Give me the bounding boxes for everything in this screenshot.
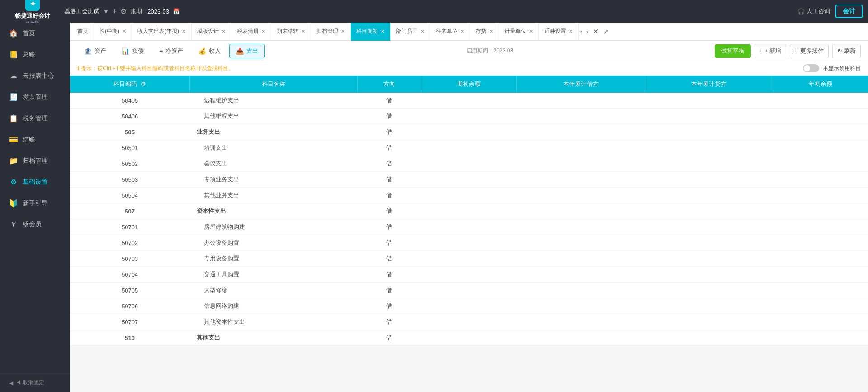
table-row[interactable]: 50405 远程维护支出 借 <box>70 93 868 109</box>
cell-year-opening <box>773 314 868 330</box>
refresh-btn[interactable]: ↻ 刷新 <box>832 44 861 58</box>
table-row[interactable]: 50706 信息网络购建 借 <box>70 298 868 314</box>
sidebar-item-guide[interactable]: 🔰 新手引导 <box>0 193 70 214</box>
table-row[interactable]: 50702 办公设备购置 借 <box>70 235 868 251</box>
tab-archive-mgmt[interactable]: 归档管理 ✕ <box>311 23 351 41</box>
tab-close-annual[interactable]: ✕ <box>182 28 186 34</box>
table-row[interactable]: 50703 专用设备购置 借 <box>70 251 868 267</box>
tab-department[interactable]: 部门员工 ✕ <box>391 23 430 41</box>
table-row[interactable]: 50704 交通工具购置 借 <box>70 267 868 283</box>
tab-currency[interactable]: 币种设置 ✕ <box>539 23 579 41</box>
table-row[interactable]: 50406 其他维权支出 借 <box>70 109 868 124</box>
tab-tax-list[interactable]: 税表清册 ✕ <box>231 23 271 41</box>
customer-service-btn[interactable]: 🎧 人工咨询 <box>797 7 830 15</box>
tab-midterm[interactable]: 长(中期) ✕ <box>94 23 132 41</box>
sidebar-item-settings[interactable]: ⚙ 基础设置 <box>0 171 70 193</box>
sidebar-item-member[interactable]: V 畅会员 <box>0 214 70 235</box>
tab-annual-report[interactable]: 收入支出表(年报) ✕ <box>132 23 192 41</box>
sidebar-item-checkout[interactable]: 💳 结账 <box>0 129 70 150</box>
cell-code: 50707 <box>70 314 189 330</box>
sub-tab-net-assets[interactable]: ≡ 净资产 <box>152 44 190 58</box>
table-row[interactable]: 50502 会议支出 借 <box>70 156 868 172</box>
table-row[interactable]: 507 资本性支出 借 <box>70 203 868 219</box>
tab-unit[interactable]: 计量单位 ✕ <box>499 23 539 41</box>
sub-tab-expenditure[interactable]: 📤 支出 <box>229 44 265 58</box>
add-btn[interactable]: + + 新增 <box>755 44 787 58</box>
sidebar-item-home[interactable]: 🏠 首页 <box>0 23 70 44</box>
period-value: 2023-03 <box>147 8 169 15</box>
cell-opening <box>421 298 517 314</box>
tab-period-transfer[interactable]: 期末结转 ✕ <box>271 23 311 41</box>
tab-close-midterm[interactable]: ✕ <box>122 28 126 34</box>
cell-ytd-credit <box>645 188 773 203</box>
cell-ytd-credit <box>645 109 773 124</box>
guide-icon: 🔰 <box>9 199 18 208</box>
sidebar-item-reports[interactable]: ☁ 云报表中心 <box>0 65 70 86</box>
cell-name: 其他支出 <box>189 330 357 346</box>
sidebar-item-archive[interactable]: 📁 归档管理 <box>0 150 70 171</box>
cell-dir: 借 <box>358 124 421 140</box>
refresh-icon: ↻ <box>837 47 842 54</box>
tab-close-unit[interactable]: ✕ <box>529 28 533 34</box>
tab-close-all-btn[interactable]: ✕ <box>590 23 601 41</box>
expenditure-icon: 📤 <box>236 47 244 55</box>
cell-name: 其他资本性支出 <box>189 314 357 330</box>
tab-next-btn[interactable]: › <box>585 23 590 41</box>
tab-close-archive-mgmt[interactable]: ✕ <box>341 28 345 34</box>
tab-prev-btn[interactable]: ‹ <box>579 23 585 41</box>
table-row[interactable]: 50504 其他业务支出 借 <box>70 188 868 203</box>
tab-close-tax-list[interactable]: ✕ <box>261 28 265 34</box>
table-row[interactable]: 50503 专项业务支出 借 <box>70 172 868 188</box>
sidebar-collapse-btn[interactable]: ◀ ◀ 取消固定 <box>0 373 70 392</box>
tab-inventory[interactable]: 存货 ✕ <box>470 23 499 41</box>
tab-close-template[interactable]: ✕ <box>222 28 226 34</box>
sub-tab-asset[interactable]: 🏦 资产 <box>77 44 113 58</box>
table-row[interactable]: 510 其他支出 借 <box>70 330 868 346</box>
cell-ytd-credit <box>645 172 773 188</box>
tax-icon: 📋 <box>9 114 18 123</box>
table-row[interactable]: 50701 房屋建筑物购建 借 <box>70 219 868 235</box>
tab-partners[interactable]: 往来单位 ✕ <box>430 23 470 41</box>
sidebar-item-invoice[interactable]: 🧾 发票管理 <box>0 86 70 108</box>
company-name[interactable]: 基层工会测试 <box>64 7 99 15</box>
dropdown-icon[interactable]: ▼ <box>103 8 109 15</box>
disable-toggle[interactable] <box>803 64 819 72</box>
sub-tab-income[interactable]: 💰 收入 <box>192 44 227 58</box>
sidebar-item-ledger[interactable]: 📒 总账 <box>0 44 70 65</box>
calendar-icon[interactable]: 📅 <box>173 8 180 15</box>
toggle-label: 不显示禁用科目 <box>823 65 861 72</box>
cell-year-opening <box>773 124 868 140</box>
cell-dir: 借 <box>358 267 421 283</box>
table-row[interactable]: 505 业务支出 借 <box>70 124 868 140</box>
tab-home[interactable]: 首页 <box>72 23 94 41</box>
table-row[interactable]: 50707 其他资本性支出 借 <box>70 314 868 330</box>
table-row[interactable]: 50705 大型修缮 借 <box>70 283 868 298</box>
col-settings-icon[interactable]: ⚙ <box>141 80 146 87</box>
tab-template[interactable]: 模版设计 ✕ <box>192 23 231 41</box>
cell-opening <box>421 251 517 267</box>
sub-tabs: 🏦 资产 📊 负债 ≡ 净资产 💰 收入 📤 支出 启用期间：2023.03 试 <box>70 41 868 61</box>
table-row[interactable]: 50501 培训支出 借 <box>70 140 868 156</box>
sidebar-item-tax[interactable]: 📋 税务管理 <box>0 108 70 129</box>
tab-close-currency[interactable]: ✕ <box>569 28 573 34</box>
settings-icon[interactable]: ⚙ <box>120 7 127 16</box>
cell-opening <box>421 156 517 172</box>
tab-close-department[interactable]: ✕ <box>420 28 425 34</box>
cell-ytd-credit <box>645 124 773 140</box>
cell-ytd-debit <box>517 109 645 124</box>
tab-expand-btn[interactable]: ⤢ <box>601 23 610 41</box>
balance-btn[interactable]: 试算平衡 <box>715 44 751 58</box>
cell-dir: 借 <box>358 251 421 267</box>
tab-close-partners[interactable]: ✕ <box>460 28 464 34</box>
warning-icon: ℹ <box>77 65 80 71</box>
account-button[interactable]: 会计 <box>835 5 863 18</box>
tab-close-inventory[interactable]: ✕ <box>489 28 493 34</box>
sub-tab-liability[interactable]: 📊 负债 <box>115 44 151 58</box>
cell-ytd-credit <box>645 251 773 267</box>
tab-close-subject-opening[interactable]: ✕ <box>381 28 385 34</box>
more-btn[interactable]: ≡ 更多操作 <box>790 44 829 58</box>
add-tab-icon[interactable]: + <box>113 7 117 15</box>
tab-close-period-transfer[interactable]: ✕ <box>301 28 305 34</box>
cell-year-opening <box>773 93 868 109</box>
tab-subject-opening[interactable]: 科目期初 ✕ <box>351 23 391 41</box>
